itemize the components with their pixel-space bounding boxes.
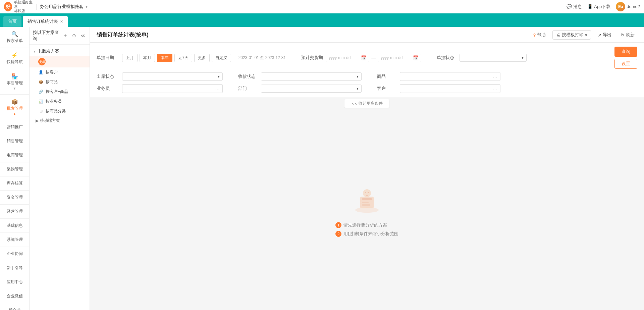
- top-bar: 好 畅捷通好生意 标账版 办公用品行业模拟账套 ▾ 💬 消息 📱 App下载 E…: [0, 0, 644, 13]
- date-btn-this-month[interactable]: 本月: [140, 54, 155, 62]
- tab-home[interactable]: 首页: [3, 16, 21, 27]
- sidebar-item-finance[interactable]: 资金管理: [0, 191, 29, 205]
- retail-icon: 🏪: [11, 73, 18, 80]
- scheme-item-按商品分类[interactable]: ⊞ 按商品分类: [30, 106, 90, 116]
- status-select[interactable]: ▾: [460, 54, 527, 62]
- breadcrumb[interactable]: 办公用品行业模拟账套 ▾: [36, 4, 564, 10]
- tab-close-icon[interactable]: ✕: [60, 19, 63, 24]
- empty-tips: 1 请先选择要分析的方案 2 用[过滤]条件来缩小分析范围: [335, 222, 398, 237]
- sidebar-item-ecommerce[interactable]: 电商管理: [0, 148, 29, 162]
- expected-date-from[interactable]: yyyy-mm-dd 📅: [326, 54, 369, 62]
- scheme-item-按业务员[interactable]: 📊 按业务员: [30, 97, 90, 106]
- message-button[interactable]: 💬 消息: [567, 4, 582, 10]
- sidebar-item-inventory[interactable]: 库存核算: [0, 176, 29, 191]
- print-dropdown-icon: ▾: [585, 33, 587, 38]
- sidebar-item-enterprise[interactable]: 企业协同: [0, 247, 29, 261]
- scheme-item-按客户+商品[interactable]: 🔗 按客户+商品: [30, 87, 90, 97]
- scheme-group-desktop-header[interactable]: ▼ 电脑端方案: [30, 47, 90, 56]
- dept-select[interactable]: ▾: [261, 85, 362, 93]
- svg-rect-2: [362, 198, 372, 200]
- expected-date-to[interactable]: yyyy-mm-dd 📅: [378, 54, 421, 62]
- date-btn-7days[interactable]: 近7天: [174, 54, 192, 62]
- avatar: Ea: [616, 2, 625, 11]
- svg-point-7: [368, 192, 369, 193]
- filter-row-2: 出库状态 ▾ 收款状态 ▾ 商品: [97, 72, 637, 81]
- receipt-select[interactable]: ▾: [261, 72, 362, 81]
- sidebar-item-member[interactable]: 畅会员: [0, 303, 29, 310]
- svg-rect-4: [362, 204, 370, 206]
- salesperson-input[interactable]: …: [122, 84, 223, 93]
- query-button[interactable]: 查询: [614, 47, 637, 57]
- date-btn-this-year[interactable]: 本年: [157, 54, 172, 62]
- sidebar-item-wholesale[interactable]: 📦 批发管理 ▲: [0, 95, 29, 120]
- delivery-select-arrow: ▾: [218, 74, 220, 79]
- active-scheme-dot: 按单: [38, 58, 46, 65]
- template-print-button[interactable]: 🖨 按模板打印 ▾: [552, 30, 591, 40]
- retail-arrow-icon: ▼: [13, 87, 16, 90]
- refresh-button[interactable]: ↻ 刷新: [618, 31, 637, 39]
- scheme-add-icon[interactable]: ＋: [62, 32, 69, 39]
- expected-date-label: 预计交货期: [301, 55, 323, 61]
- sidebar-item-quick-nav[interactable]: ⚡ 快捷导航: [0, 48, 29, 69]
- collapse-button[interactable]: ∧∧ 收起更多条件: [344, 99, 389, 108]
- sidebar-item-sales[interactable]: 销售管理: [0, 134, 29, 148]
- sidebar-item-system[interactable]: 系统管理: [0, 233, 29, 247]
- sidebar-item-basic[interactable]: 基础信息: [0, 219, 29, 233]
- tab-sales-stats[interactable]: 销售订单统计表 ✕: [23, 16, 68, 27]
- main-layout: 🔍 搜索菜单 ⚡ 快捷导航 🏪 零售管理 ▼ 📦 批发管理 ▲ 营销推广 销售管…: [0, 27, 644, 310]
- date-btn-last-month[interactable]: 上月: [122, 54, 138, 62]
- goods-more-icon[interactable]: …: [493, 74, 497, 79]
- sidebar-item-search[interactable]: 🔍 搜索菜单: [0, 27, 29, 48]
- breadcrumb-arrow-icon: ▾: [86, 4, 88, 9]
- sidebar-item-purchase[interactable]: 采购管理: [0, 162, 29, 176]
- svg-point-5: [363, 189, 371, 197]
- salesperson-more-icon[interactable]: …: [215, 86, 220, 91]
- delivery-label: 出库状态: [97, 73, 117, 80]
- empty-tip-2: 2 用[过滤]条件来缩小分析范围: [335, 231, 398, 237]
- tip-num-2: 2: [335, 231, 341, 237]
- customer-input[interactable]: …: [400, 84, 500, 93]
- sidebar-item-operations[interactable]: 经营管理: [0, 205, 29, 219]
- scheme-item-按商品[interactable]: 📦 按商品: [30, 77, 90, 87]
- svg-point-6: [365, 192, 366, 193]
- mobile-expand-icon: ▶: [36, 118, 39, 123]
- content-area: 按以下方案查询 ＋ ⊙ ≪ ▼ 电脑端方案 按单 �: [30, 27, 644, 310]
- scheme-panel: 按以下方案查询 ＋ ⊙ ≪ ▼ 电脑端方案 按单 �: [30, 27, 90, 310]
- logo-text: 畅捷通好生意 标账版: [14, 0, 34, 13]
- bar-icon: 📊: [38, 99, 44, 104]
- scheme-group-desktop: ▼ 电脑端方案 按单 👤 按客户 📦 按商品 🔗: [30, 47, 90, 116]
- sidebar-item-newuser[interactable]: 新手引导: [0, 261, 29, 275]
- receipt-select-arrow: ▾: [357, 74, 359, 79]
- app-download-button[interactable]: 📱 App下载: [587, 4, 610, 10]
- export-icon: ↗: [598, 33, 601, 38]
- sidebar: 🔍 搜索菜单 ⚡ 快捷导航 🏪 零售管理 ▼ 📦 批发管理 ▲ 营销推广 销售管…: [0, 27, 30, 310]
- delivery-select[interactable]: ▾: [122, 72, 223, 81]
- user-profile[interactable]: Ea demo2: [616, 2, 640, 11]
- page-actions: ? 帮助 🖨 按模板打印 ▾ ↗ 导出 ↻: [531, 30, 637, 40]
- scheme-group-mobile-header[interactable]: ▶ 移动端方案: [30, 116, 90, 125]
- scheme-settings-icon[interactable]: ⊙: [71, 32, 77, 39]
- empty-illustration: [350, 183, 384, 217]
- scheme-header: 按以下方案查询 ＋ ⊙ ≪: [30, 27, 90, 45]
- goods-input[interactable]: …: [400, 72, 500, 81]
- date-btn-custom[interactable]: 自定义: [212, 54, 231, 62]
- sidebar-item-wxwork[interactable]: 企业微信: [0, 289, 29, 303]
- main-content-area: 销售订单统计表(按单) ? 帮助 🖨 按模板打印 ▾ ↗: [90, 27, 644, 310]
- help-button[interactable]: ? 帮助: [531, 31, 548, 39]
- customer-more-icon[interactable]: …: [493, 86, 497, 91]
- receipt-label: 收款状态: [238, 73, 258, 80]
- sidebar-item-appcenter[interactable]: 应用中心: [0, 275, 29, 289]
- sidebar-item-retail[interactable]: 🏪 零售管理 ▼: [0, 69, 29, 95]
- settings-button[interactable]: 设置: [614, 59, 637, 69]
- scheme-item-按客户[interactable]: 👤 按客户: [30, 67, 90, 77]
- dept-label: 部门: [238, 86, 258, 92]
- scheme-collapse-icon[interactable]: ≪: [79, 32, 86, 39]
- date-btn-more[interactable]: 更多: [194, 54, 210, 62]
- sidebar-item-marketing[interactable]: 营销推广: [0, 120, 29, 134]
- export-button[interactable]: ↗ 导出: [595, 31, 614, 39]
- nav-tabs: 首页 销售订单统计表 ✕: [0, 13, 644, 27]
- box-icon: 📦: [38, 80, 44, 85]
- wholesale-arrow-icon: ▲: [13, 112, 16, 116]
- scheme-item-按单[interactable]: 按单: [30, 56, 90, 67]
- calendar-from-icon: 📅: [361, 55, 366, 60]
